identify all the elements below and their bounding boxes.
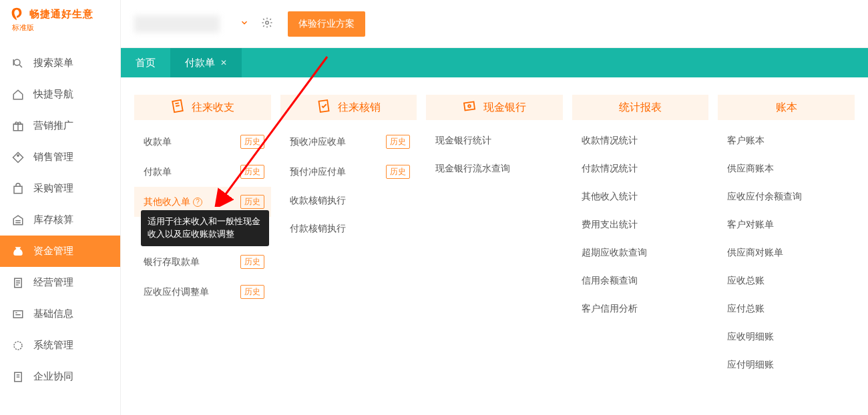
gear-icon[interactable]: [261, 17, 273, 31]
tab-payment[interactable]: 付款单 ✕: [170, 48, 242, 77]
warehouse-icon: [12, 214, 24, 226]
history-tag[interactable]: 历史: [240, 255, 264, 269]
col-list: 收款情况统计 付款情况统计 其他收入统计 费用支出统计 超期应收款查询 信用余额…: [572, 120, 709, 323]
sidebar-label: 资金管理: [33, 245, 73, 258]
sidebar-item-system[interactable]: 系统管理: [0, 330, 120, 361]
row-label: 供应商对账单: [727, 247, 783, 259]
row-label: 应收明细账: [727, 331, 774, 343]
row-customer-statement[interactable]: 客户对账单: [718, 211, 855, 239]
col-wanglai-hexiao: 往来核销 预收冲应收单 历史 预付冲应付单 历史 收款核销执行 付: [280, 95, 417, 398]
col-ledger: 账本 客户账本 供应商账本 应收应付余额查询 客户对账单 供应商对账单 应收总账…: [718, 95, 855, 398]
row-ar-detail[interactable]: 应收明细账: [718, 323, 855, 351]
sidebar-label: 快捷导航: [33, 88, 73, 101]
tag-icon: [12, 151, 24, 163]
row-supplier-statement[interactable]: 供应商对账单: [718, 239, 855, 267]
row-other-income-stats[interactable]: 其他收入统计: [572, 183, 709, 211]
row-label: 其他收入统计: [582, 191, 638, 203]
row-label: 现金银行统计: [435, 135, 491, 147]
col-reports: 统计报表 收款情况统计 付款情况统计 其他收入统计 费用支出统计 超期应收款查询…: [572, 95, 709, 398]
row-cashbank-stats[interactable]: 现金银行统计: [426, 127, 563, 155]
row-bank-deposit[interactable]: 银行存取款单 历史: [134, 247, 271, 277]
tab-home[interactable]: 首页: [121, 48, 170, 77]
svg-point-5: [17, 154, 19, 155]
sidebar-item-marketing[interactable]: 营销推广: [0, 110, 120, 141]
sidebar-item-basicinfo[interactable]: 基础信息: [0, 298, 120, 330]
row-credit-balance[interactable]: 信用余额查询: [572, 267, 709, 295]
svg-point-0: [14, 59, 20, 65]
history-tag[interactable]: 历史: [240, 165, 264, 179]
row-label: 银行存取款单: [144, 256, 200, 268]
verify-icon: [316, 99, 331, 116]
row-ar-ap-balance[interactable]: 应收应付余额查询: [718, 183, 855, 211]
history-tag[interactable]: 历史: [240, 195, 264, 209]
sidebar-label: 销售管理: [33, 151, 73, 163]
org-name-redacted: [134, 15, 220, 33]
sidebar-item-purchase[interactable]: 采购管理: [0, 173, 120, 204]
sidebar-item-search-menu[interactable]: 搜索菜单: [0, 47, 120, 79]
row-receipt[interactable]: 收款单 历史: [134, 127, 271, 157]
row-customer-credit[interactable]: 客户信用分析: [572, 295, 709, 323]
row-overdue-ar[interactable]: 超期应收款查询: [572, 239, 709, 267]
svg-rect-25: [464, 102, 475, 111]
col-title: 往来核销: [338, 101, 381, 115]
tab-label: 首页: [136, 57, 156, 69]
row-label: 付款核销执行: [290, 223, 346, 235]
row-payment[interactable]: 付款单 历史: [134, 157, 271, 187]
row-pay-stats[interactable]: 付款情况统计: [572, 155, 709, 183]
col-title: 现金银行: [483, 101, 526, 115]
row-customer-ledger[interactable]: 客户账本: [718, 127, 855, 155]
brand-edition: 标准版: [0, 23, 120, 33]
row-label: 客户信用分析: [582, 303, 638, 315]
row-ap-general[interactable]: 应付总账: [718, 295, 855, 323]
row-ar-general[interactable]: 应收总账: [718, 267, 855, 295]
row-ar-ap-adjust[interactable]: 应收应付调整单 历史: [134, 277, 271, 307]
sidebar-item-inventory[interactable]: 库存核算: [0, 204, 120, 236]
row-label: 客户账本: [727, 135, 765, 147]
sidebar-menu: 搜索菜单 快捷导航 营销推广 销售管理 采购管理 库存核算: [0, 37, 120, 392]
svg-line-23: [176, 105, 180, 106]
row-label: 信用余额查询: [582, 275, 638, 287]
row-recv-verify-exec[interactable]: 收款核销执行: [280, 187, 417, 215]
history-tag[interactable]: 历史: [240, 135, 264, 149]
col-header: 往来核销: [280, 95, 417, 120]
clipboard-icon: [12, 277, 24, 289]
row-prerecv-offset[interactable]: 预收冲应收单 历史: [280, 127, 417, 157]
row-ap-detail[interactable]: 应付明细账: [718, 351, 855, 379]
col-cash-bank: 现金银行 现金银行统计 现金银行流水查询: [426, 95, 563, 398]
row-expense-stats[interactable]: 费用支出统计: [572, 211, 709, 239]
help-icon[interactable]: ?: [193, 197, 202, 207]
close-icon[interactable]: ✕: [220, 58, 227, 67]
sidebar-label: 企业协同: [33, 370, 73, 383]
history-tag[interactable]: 历史: [386, 135, 410, 149]
sidebar-label: 采购管理: [33, 182, 73, 195]
sidebar-item-finance[interactable]: 资金管理: [0, 236, 120, 267]
main: 体验行业方案 首页 付款单 ✕ 往来收支 收款单 历史: [121, 0, 868, 415]
history-tag[interactable]: 历史: [240, 285, 264, 299]
history-tag[interactable]: 历史: [386, 165, 410, 179]
sidebar-item-business[interactable]: 经营管理: [0, 267, 120, 298]
row-label: 现金银行流水查询: [435, 163, 510, 175]
chevron-down-icon[interactable]: [240, 18, 249, 29]
row-supplier-ledger[interactable]: 供应商账本: [718, 155, 855, 183]
settings-dashed-icon: [12, 340, 24, 352]
row-label: 费用支出统计: [582, 219, 638, 231]
search-icon: [12, 57, 24, 69]
row-cashbank-flow[interactable]: 现金银行流水查询: [426, 155, 563, 183]
sidebar: 畅捷通好生意 标准版 搜索菜单 快捷导航 营销推广 销售管理 采购管理: [0, 0, 121, 415]
sidebar-item-sales[interactable]: 销售管理: [0, 141, 120, 173]
row-recv-stats[interactable]: 收款情况统计: [572, 127, 709, 155]
row-label: 应收应付余额查询: [727, 191, 802, 203]
col-list: 预收冲应收单 历史 预付冲应付单 历史 收款核销执行 付款核销执行: [280, 120, 417, 243]
experience-plan-button[interactable]: 体验行业方案: [288, 11, 365, 37]
row-pay-verify-exec[interactable]: 付款核销执行: [280, 215, 417, 243]
receipt-icon: [170, 99, 185, 116]
sidebar-item-collab[interactable]: 企业协同: [0, 361, 120, 392]
tab-label: 付款单: [185, 57, 215, 69]
sidebar-item-quick-nav[interactable]: 快捷导航: [0, 79, 120, 110]
tooltip: 适用于往来收入和一般性现金收入以及应收账款调整: [141, 210, 269, 246]
row-prepay-offset[interactable]: 预付冲应付单 历史: [280, 157, 417, 187]
row-label: 收款情况统计: [582, 135, 638, 147]
row-label: 付款单: [144, 166, 172, 178]
row-label: 应付总账: [727, 303, 765, 315]
row-label: 供应商账本: [727, 163, 774, 175]
